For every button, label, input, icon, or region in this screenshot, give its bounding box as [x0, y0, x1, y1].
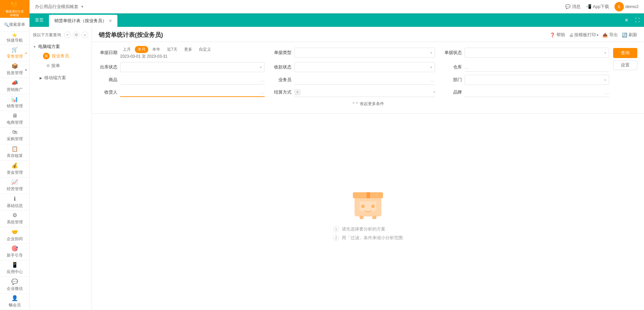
- scheme-order-icon: ⚙: [46, 63, 50, 68]
- sidebar-item-operation[interactable]: 📈 经营管理: [0, 177, 30, 194]
- tab-close-btn[interactable]: ✕: [623, 16, 631, 24]
- sidebar: 🧡 畅捷通好生意 标账版 🔍 搜索菜单 ⭐ 快捷导航 🛒 零售管理 📦 批发管理…: [0, 0, 30, 310]
- sidebar-logo[interactable]: 🧡 畅捷通好生意 标账版: [0, 0, 30, 18]
- sidebar-operation-label: 经营管理: [7, 186, 23, 192]
- sidebar-item-finance[interactable]: 💰 资金管理: [0, 161, 30, 177]
- date-tab-7days[interactable]: 近7天: [164, 46, 180, 53]
- scheme-group-desktop-label: 电脑端方案: [38, 44, 60, 50]
- filter-date: 单据日期 上月 本月 本年 近7天 更多 自定义: [99, 46, 269, 59]
- sidebar-item-retail[interactable]: 🛒 零售管理: [0, 45, 30, 61]
- scheme-order-label: 按单: [51, 63, 60, 69]
- breadcrumb-dropdown-icon[interactable]: ▾: [81, 4, 84, 9]
- doc-type-select[interactable]: ▾: [294, 48, 435, 58]
- payment-tag-close[interactable]: ×: [296, 90, 299, 95]
- tab-expand-btn[interactable]: ⛶: [633, 16, 641, 24]
- user-name: demo2: [625, 4, 639, 9]
- export-label: 导出: [609, 32, 618, 38]
- sidebar-item-marketing[interactable]: 📣 营销推广: [0, 78, 30, 94]
- tip2-text: 用「过滤」条件来缩小分析范围: [342, 235, 403, 241]
- date-tab-more[interactable]: 更多: [181, 46, 195, 53]
- receiver-input[interactable]: [120, 90, 260, 94]
- goods-dots[interactable]: ...: [260, 77, 265, 83]
- tab-sales-stat[interactable]: 销货单统计表（按业务员） ✕: [49, 15, 117, 27]
- ecom-icon: 🖥: [12, 113, 17, 119]
- sidebar-quicknav[interactable]: ⭐ 快捷导航: [0, 32, 30, 45]
- message-btn[interactable]: 💬 消息: [565, 4, 581, 10]
- receiver-dots[interactable]: ...: [260, 89, 265, 95]
- sidebar-item-system[interactable]: ⚙ 系统管理: [0, 210, 30, 227]
- sidebar-wholesale-label: 批发管理: [7, 70, 23, 76]
- sidebar-item-ecom[interactable]: 🖥 电商管理: [0, 111, 30, 127]
- collapse-panel-btn[interactable]: «: [82, 32, 88, 38]
- brand-label: 品牌: [443, 89, 465, 95]
- scheme-item-order[interactable]: ⚙ 按单: [33, 61, 88, 70]
- sidebar-item-purchase[interactable]: 🛍 采购管理: [0, 127, 30, 144]
- collapse-bar[interactable]: ⌃⌃ 收起更多条件: [99, 98, 637, 109]
- filter-out-status: 出库状态 ▾: [99, 62, 269, 72]
- dept-chevron-icon: ▾: [604, 78, 606, 82]
- payment-chevron-icon: ▾: [433, 90, 435, 94]
- sidebar-item-collab[interactable]: 🤝 企业协同: [0, 227, 30, 244]
- salesman-dots[interactable]: ...: [430, 77, 435, 83]
- sidebar-item-bizwx[interactable]: 💬 企业微信: [0, 277, 30, 293]
- help-btn[interactable]: ❓ 帮助: [550, 32, 565, 38]
- purchase-icon: 🛍: [12, 129, 17, 135]
- print-template-btn[interactable]: 🖨 按模板打印 ▾: [569, 32, 598, 38]
- inventory-icon: 📋: [11, 146, 18, 152]
- settings-scheme-btn[interactable]: ⚙: [73, 32, 79, 38]
- scheme-group-desktop: ▼ 电脑端方案 按 按业务员 ⚙ 按单: [30, 41, 92, 72]
- brand-dots[interactable]: ...: [605, 89, 609, 95]
- appcenter-icon: 📱: [11, 262, 18, 268]
- sidebar-item-wholesale[interactable]: 📦 批发管理: [0, 61, 30, 78]
- date-range-text: 2023-03-01 至 2023-03-31: [120, 54, 265, 59]
- warehouse-dots[interactable]: ...: [465, 64, 469, 70]
- sidebar-retail-label: 零售管理: [7, 54, 23, 59]
- payment-label: 结算方式: [273, 89, 294, 95]
- out-status-chevron-icon: ▾: [260, 65, 262, 69]
- tab-home[interactable]: 首页: [30, 13, 49, 27]
- scheme-group-mobile-label: 移动端方案: [44, 75, 66, 81]
- salesman-label: 业务员: [273, 77, 294, 83]
- app-download-btn[interactable]: 📲 App下载: [586, 4, 609, 10]
- tab-controls: ✕ ⛶: [623, 16, 641, 24]
- doc-type-label: 单据类型: [273, 50, 294, 56]
- sidebar-item-inventory[interactable]: 📋 库存核算: [0, 144, 30, 161]
- sidebar-item-basic[interactable]: ℹ 基础信息: [0, 194, 30, 210]
- marketing-icon: 📣: [11, 80, 18, 86]
- date-tab-custom[interactable]: 自定义: [196, 46, 214, 53]
- date-label: 单据日期: [99, 50, 120, 56]
- scheme-group-desktop-header[interactable]: ▼ 电脑端方案: [33, 42, 88, 51]
- tab-close-icon[interactable]: ✕: [109, 18, 112, 23]
- filter-doc-status: 单据状态 ▾: [439, 46, 609, 59]
- add-scheme-btn[interactable]: +: [64, 32, 71, 38]
- sidebar-item-sales[interactable]: 📊 销售管理: [0, 94, 30, 111]
- user-profile[interactable]: E demo2: [614, 2, 639, 11]
- scheme-item-salesman[interactable]: 按 按业务员: [33, 51, 88, 61]
- collect-status-select[interactable]: ▾: [294, 62, 435, 72]
- settings-button[interactable]: 设置: [613, 60, 637, 70]
- filter-brand: 品牌 ...: [439, 88, 609, 97]
- tab-bar: 首页 销货单统计表（按业务员） ✕ ✕ ⛶: [30, 13, 644, 27]
- guide-icon: 🎯: [11, 245, 18, 252]
- out-status-select[interactable]: ▾: [120, 62, 265, 72]
- date-tab-thisyear[interactable]: 本年: [150, 46, 163, 53]
- sidebar-item-appcenter[interactable]: 📱 应用中心: [0, 260, 30, 277]
- sidebar-marketing-label: 营销推广: [7, 87, 23, 93]
- system-icon: ⚙: [12, 212, 17, 218]
- doc-status-select[interactable]: ▾: [465, 48, 609, 58]
- date-tab-thismonth[interactable]: 本月: [135, 46, 148, 53]
- refresh-btn[interactable]: 🔄 刷新: [622, 32, 637, 38]
- message-icon: 💬: [565, 4, 571, 9]
- query-button[interactable]: 查询: [613, 48, 637, 58]
- scheme-group-mobile-header[interactable]: ▶ 移动端方案: [33, 73, 88, 83]
- sidebar-item-guide[interactable]: 🎯 新手引导: [0, 244, 30, 260]
- sidebar-sales-label: 销售管理: [7, 103, 23, 109]
- date-tab-lastmonth[interactable]: 上月: [120, 46, 133, 53]
- dept-select[interactable]: ▾: [465, 75, 609, 85]
- sidebar-search[interactable]: 🔍 搜索菜单: [0, 18, 30, 32]
- sidebar-item-member[interactable]: 👤 畅会员: [0, 294, 30, 310]
- export-btn[interactable]: 📤 导出: [602, 32, 618, 38]
- sidebar-ecom-label: 电商管理: [7, 120, 23, 125]
- tip1-num: 1: [333, 226, 339, 232]
- dept-label: 部门: [443, 77, 465, 83]
